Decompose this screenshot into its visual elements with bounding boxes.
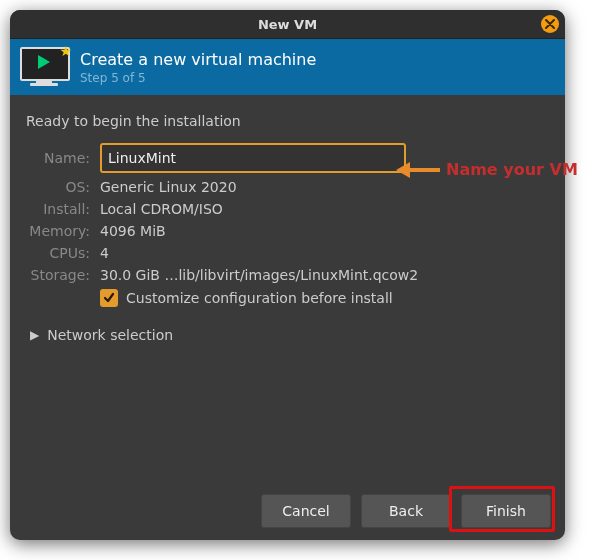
dialog-footer: Cancel Back Finish <box>261 494 551 528</box>
close-icon <box>545 19 555 29</box>
storage-label: Storage: <box>26 267 90 283</box>
window-title: New VM <box>258 17 317 32</box>
chevron-right-icon: ▶ <box>30 328 39 342</box>
finish-button[interactable]: Finish <box>461 494 551 528</box>
name-label: Name: <box>26 150 90 166</box>
cpus-label: CPUs: <box>26 245 90 261</box>
new-vm-dialog: New VM ★ Create a new virtual machine St… <box>10 10 565 540</box>
ready-text: Ready to begin the installation <box>26 113 549 129</box>
vm-monitor-icon: ★ <box>20 47 68 87</box>
install-label: Install: <box>26 201 90 217</box>
storage-value: 30.0 GiB …lib/libvirt/images/LinuxMint.q… <box>100 267 418 283</box>
titlebar: New VM <box>10 10 565 39</box>
network-selection-label: Network selection <box>47 327 173 343</box>
checkmark-icon <box>103 292 115 304</box>
customize-checkbox[interactable] <box>100 289 118 307</box>
network-selection-expander[interactable]: ▶ Network selection <box>30 327 549 343</box>
cancel-button[interactable]: Cancel <box>261 494 351 528</box>
vm-name-input[interactable] <box>100 143 406 173</box>
os-value: Generic Linux 2020 <box>100 179 237 195</box>
banner-step: Step 5 of 5 <box>80 71 316 85</box>
os-label: OS: <box>26 179 90 195</box>
customize-label: Customize configuration before install <box>126 290 393 306</box>
banner-heading: Create a new virtual machine <box>80 50 316 69</box>
memory-value: 4096 MiB <box>100 223 166 239</box>
install-value: Local CDROM/ISO <box>100 201 223 217</box>
memory-label: Memory: <box>26 223 90 239</box>
close-button[interactable] <box>541 15 559 33</box>
cpus-value: 4 <box>100 245 109 261</box>
back-button[interactable]: Back <box>361 494 451 528</box>
dialog-body: Ready to begin the installation Name: OS… <box>10 95 565 353</box>
wizard-banner: ★ Create a new virtual machine Step 5 of… <box>10 39 565 95</box>
